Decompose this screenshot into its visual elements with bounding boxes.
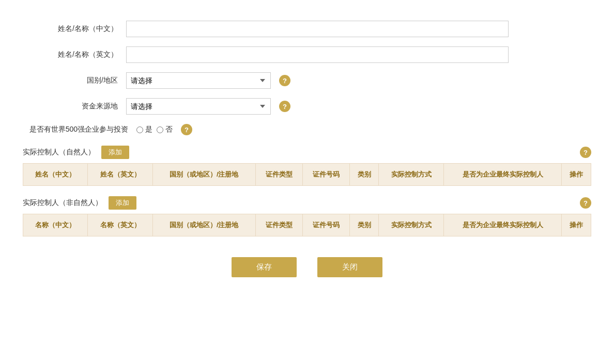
fortune500-no-label[interactable]: 否 — [157, 125, 173, 134]
non-natural-person-table: 名称（中文） 名称（英文） 国别（或地区）/注册地 证件类型 证件号码 类别 实… — [23, 214, 591, 236]
np-col-name-en: 姓名（英文） — [88, 164, 152, 186]
fortune500-no-radio[interactable] — [157, 126, 163, 133]
nnp-col-category: 类别 — [349, 214, 379, 236]
close-button[interactable]: 关闭 — [317, 257, 382, 277]
fortune500-help-icon[interactable]: ? — [181, 124, 192, 135]
non-natural-person-help-icon[interactable]: ? — [580, 197, 591, 209]
name-en-label: 姓名/名称（英文） — [23, 50, 126, 59]
np-col-category: 类别 — [349, 164, 379, 186]
name-en-row: 姓名/名称（英文） — [23, 46, 591, 63]
fund-source-label: 资金来源地 — [23, 102, 126, 111]
country-row: 国别/地区 请选择 ? — [23, 72, 591, 89]
natural-person-header: 实际控制人（自然人） 添加 ? — [23, 146, 591, 159]
fortune500-yes-label[interactable]: 是 — [136, 125, 152, 134]
button-row: 保存 关闭 — [23, 257, 591, 288]
name-cn-label: 姓名/名称（中文） — [23, 24, 126, 34]
np-col-cert-type: 证件类型 — [255, 164, 302, 186]
natural-person-help-icon[interactable]: ? — [580, 147, 591, 158]
np-col-action: 操作 — [562, 164, 591, 186]
country-select[interactable]: 请选择 — [126, 72, 271, 89]
nnp-col-cert-type: 证件类型 — [255, 214, 302, 236]
fund-source-select[interactable]: 请选择 — [126, 98, 271, 115]
non-natural-person-section: 实际控制人（非自然人） 添加 ? 名称（中文） 名称（英文） 国别（或地区）/注… — [23, 196, 591, 236]
save-button[interactable]: 保存 — [232, 257, 297, 277]
name-cn-input[interactable] — [126, 21, 509, 37]
nnp-col-control-method: 实际控制方式 — [379, 214, 443, 236]
non-natural-person-table-header-row: 名称（中文） 名称（英文） 国别（或地区）/注册地 证件类型 证件号码 类别 实… — [23, 214, 591, 236]
non-natural-person-header: 实际控制人（非自然人） 添加 ? — [23, 196, 591, 210]
np-col-cert-no: 证件号码 — [302, 164, 349, 186]
fortune500-yes-radio[interactable] — [136, 126, 143, 133]
np-col-control-method: 实际控制方式 — [379, 164, 443, 186]
name-cn-row: 姓名/名称（中文） — [23, 21, 591, 37]
name-en-input[interactable] — [126, 46, 509, 63]
natural-person-table-head: 姓名（中文） 姓名（英文） 国别（或地区）/注册地 证件类型 证件号码 类别 实… — [23, 164, 591, 186]
nnp-col-name-cn: 名称（中文） — [23, 214, 88, 236]
fortune500-label: 是否有世界500强企业参与投资 — [23, 125, 136, 134]
nnp-col-is-final: 是否为企业最终实际控制人 — [443, 214, 561, 236]
non-natural-person-title: 实际控制人（非自然人） — [23, 198, 102, 208]
country-label: 国别/地区 — [23, 76, 126, 85]
fortune500-row: 是否有世界500强企业参与投资 是 否 ? — [23, 124, 591, 135]
fund-source-help-icon[interactable]: ? — [279, 101, 290, 112]
natural-person-table: 姓名（中文） 姓名（英文） 国别（或地区）/注册地 证件类型 证件号码 类别 实… — [23, 163, 591, 186]
fortune500-radio-group: 是 否 — [136, 125, 173, 134]
nnp-col-action: 操作 — [562, 214, 591, 236]
natural-person-title: 实际控制人（自然人） — [23, 148, 95, 157]
non-natural-person-add-button[interactable]: 添加 — [109, 196, 136, 210]
np-col-is-final: 是否为企业最终实际控制人 — [443, 164, 561, 186]
nnp-col-cert-no: 证件号码 — [302, 214, 349, 236]
np-col-country: 国别（或地区）/注册地 — [152, 164, 255, 186]
natural-person-table-header-row: 姓名（中文） 姓名（英文） 国别（或地区）/注册地 证件类型 证件号码 类别 实… — [23, 164, 591, 186]
fortune500-no-text: 否 — [165, 125, 173, 134]
country-help-icon[interactable]: ? — [279, 75, 290, 86]
np-col-name-cn: 姓名（中文） — [23, 164, 88, 186]
nnp-col-name-en: 名称（英文） — [88, 214, 152, 236]
non-natural-person-table-head: 名称（中文） 名称（英文） 国别（或地区）/注册地 证件类型 证件号码 类别 实… — [23, 214, 591, 236]
natural-person-add-button[interactable]: 添加 — [101, 146, 129, 159]
fortune500-yes-text: 是 — [145, 125, 152, 134]
page-container: 姓名/名称（中文） 姓名/名称（英文） 国别/地区 请选择 ? 资金来源地 请选… — [23, 10, 591, 298]
fund-source-row: 资金来源地 请选择 ? — [23, 98, 591, 115]
natural-person-section: 实际控制人（自然人） 添加 ? 姓名（中文） 姓名（英文） 国别（或地区）/注册… — [23, 146, 591, 186]
nnp-col-country: 国别（或地区）/注册地 — [152, 214, 255, 236]
